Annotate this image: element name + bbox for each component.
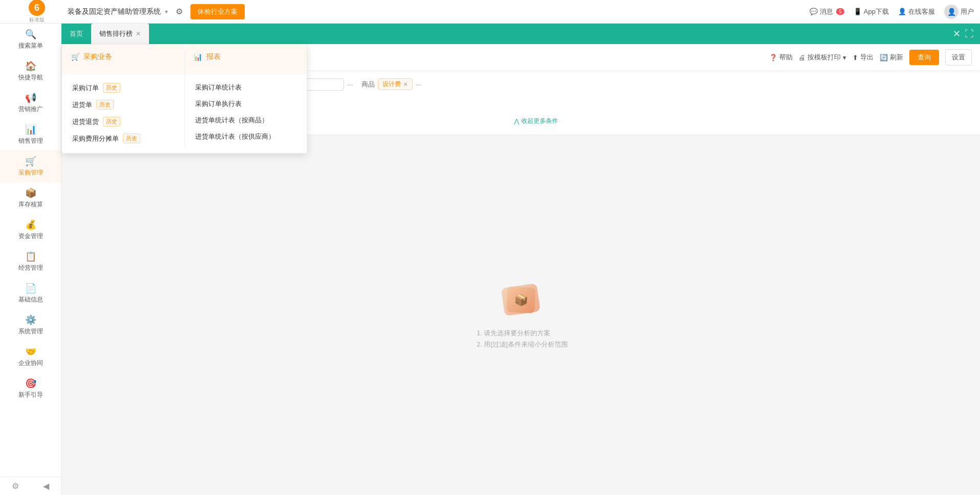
sidebar-item-quick-nav[interactable]: 🏠 快捷导航 — [0, 55, 61, 87]
query-btn[interactable]: 查询 — [909, 50, 939, 65]
sidebar-bottom: ⚙ ◀ — [0, 477, 61, 495]
phone-icon: 📱 — [854, 8, 862, 15]
report-section-label: 报表 — [206, 52, 221, 61]
sidebar-item-marketing[interactable]: 📢 营销推广 — [0, 87, 61, 119]
dropdown-item-report-4[interactable]: 进货单统计表（按供应商） — [193, 128, 299, 145]
history-tag-3: 历史 — [123, 134, 140, 143]
goods-filter: 商品 设计费 ✕ ··· — [361, 78, 422, 90]
dropdown-item-expense[interactable]: 采购费用分摊单 历史 — [70, 130, 176, 147]
app-title: 装备及固定资产辅助管理系统 — [68, 7, 161, 16]
sidebar: 🔍 搜索菜单 🏠 快捷导航 📢 营销推广 📊 销售管理 🛒 采购管理 📦 库存核… — [0, 24, 61, 495]
refresh-label: 刷新 — [890, 53, 903, 62]
sidebar-label-search: 搜索菜单 — [18, 41, 43, 50]
report-1-label: 采购订单统计表 — [195, 83, 242, 92]
tab-sales-rank[interactable]: 销售排行榜 ✕ — [91, 24, 149, 44]
report-section: 📊 报表 采购订单统计表 采购订单执行表 进货单统计表（按商品） 进货单统计表（… — [184, 51, 307, 147]
export-label: 导出 — [860, 53, 874, 62]
help-icon: ❓ — [769, 54, 777, 61]
refresh-btn[interactable]: 🔄 刷新 — [880, 53, 903, 62]
sidebar-item-guide[interactable]: 🎯 新手引导 — [0, 373, 61, 404]
app-download-label: App下载 — [864, 7, 889, 16]
export-icon: ⬆ — [853, 54, 858, 61]
top-bar: 6 标准版 装备及固定资产辅助管理系统 ▾ ⚙ 体验行业方案 💬 消息 6 📱 … — [0, 0, 980, 24]
collapse-btn[interactable]: ⋀ 收起更多条件 — [511, 114, 561, 128]
sidebar-item-inventory[interactable]: 📦 库存核算 — [0, 182, 61, 214]
dropdown-item-inbound[interactable]: 进货单 历史 — [70, 96, 176, 113]
history-tag-1: 历史 — [96, 100, 114, 110]
dropdown-arrow-icon[interactable]: ▾ — [165, 8, 168, 15]
sidebar-settings-btn[interactable]: ⚙ — [12, 481, 19, 491]
marketing-icon: 📢 — [25, 92, 36, 103]
export-btn[interactable]: ⬆ 导出 — [853, 53, 874, 62]
sidebar-item-enterprise[interactable]: 🤝 企业协同 — [0, 341, 61, 373]
sidebar-label-purchase: 采购管理 — [18, 168, 43, 177]
sidebar-item-operations[interactable]: 📋 经营管理 — [0, 246, 61, 277]
tab-expand-icon[interactable]: ⛶ — [965, 29, 974, 39]
settings-icon[interactable]: ⚙ — [172, 5, 186, 19]
system-icon: ⚙️ — [25, 314, 36, 326]
print-icon: 🖨 — [799, 54, 805, 61]
help-btn[interactable]: ❓ 帮助 — [769, 53, 793, 62]
user-area[interactable]: 👤 用户 — [944, 5, 974, 19]
sidebar-item-system[interactable]: ⚙️ 系统管理 — [0, 309, 61, 341]
online-service-label: 在线客服 — [908, 7, 935, 16]
tab-home-label: 首页 — [70, 29, 83, 38]
online-service-btn[interactable]: 👤 在线客服 — [898, 7, 935, 16]
goods-tag-label: 设计费 — [382, 80, 401, 89]
logo-text: 标准版 — [29, 16, 45, 24]
goods-dots[interactable]: ··· — [416, 80, 422, 89]
tab-close-icon[interactable]: ✕ — [136, 30, 141, 37]
sidebar-item-sales[interactable]: 📊 销售管理 — [0, 119, 61, 150]
message-label: 消息 — [820, 7, 833, 16]
settings-btn[interactable]: 设置 — [945, 49, 972, 66]
sidebar-label-basic: 基础信息 — [18, 295, 43, 304]
message-badge: 6 — [836, 8, 844, 15]
purchase-section-title: 🛒 采购业务 — [70, 50, 176, 64]
purchase-section-header: 🛒 采购业务 — [62, 45, 184, 74]
sidebar-label-system: 系统管理 — [18, 327, 43, 336]
message-btn[interactable]: 💬 消息 6 — [809, 7, 844, 16]
goods-tag-close[interactable]: ✕ — [403, 81, 408, 88]
tab-close-page-icon[interactable]: ✕ — [953, 28, 961, 39]
report-section-icon: 📊 — [193, 52, 203, 62]
sidebar-collapse-btn[interactable]: ◀ — [43, 481, 49, 491]
empty-hints: 请先选择要分析的方案 用[过滤]条件来缩小分析范围 — [474, 327, 567, 351]
guide-icon: 🎯 — [25, 378, 36, 389]
dropdown-item-report-1[interactable]: 采购订单统计表 — [193, 79, 299, 96]
status-dots[interactable]: ··· — [347, 80, 353, 89]
dropdown-item-return[interactable]: 进货退货 历史 — [70, 113, 176, 130]
report-3-label: 进货单统计表（按商品） — [195, 116, 268, 125]
sidebar-item-finance[interactable]: 💰 资金管理 — [0, 214, 61, 246]
sidebar-item-search[interactable]: 🔍 搜索菜单 — [0, 24, 61, 55]
sidebar-label-enterprise: 企业协同 — [18, 359, 43, 368]
sales-icon: 📊 — [25, 124, 36, 135]
user-avatar: 👤 — [944, 5, 958, 19]
dropdown-item-report-3[interactable]: 进货单统计表（按商品） — [193, 112, 299, 128]
tab-home[interactable]: 首页 — [61, 24, 91, 44]
print-btn[interactable]: 🖨 按模板打印 ▾ — [799, 53, 846, 62]
purchase-icon: 🛒 — [25, 156, 36, 167]
expense-label: 采购费用分摊单 — [72, 134, 119, 143]
tab-bar: 首页 销售排行榜 ✕ ✕ ⛶ — [61, 24, 980, 44]
report-4-label: 进货单统计表（按供应商） — [195, 132, 275, 141]
dropdown-item-report-2[interactable]: 采购订单执行表 — [193, 96, 299, 112]
print-dropdown-icon[interactable]: ▾ — [843, 54, 846, 61]
industry-btn[interactable]: 体验行业方案 — [190, 4, 245, 19]
sidebar-label-marketing: 营销推广 — [18, 105, 43, 114]
return-label: 进货退货 — [72, 117, 99, 126]
empty-hint-1: 请先选择要分析的方案 — [484, 329, 567, 338]
purchase-dropdown: 🛒 采购业务 采购订单 历史 进货单 历史 进货退货 历史 采购费用分摊单 历史… — [61, 44, 307, 154]
enterprise-icon: 🤝 — [25, 346, 36, 357]
report-2-label: 采购订单执行表 — [195, 99, 242, 109]
inbound-label: 进货单 — [72, 100, 92, 110]
print-label: 按模板打印 — [807, 53, 841, 62]
logo-area: 6 标准版 — [6, 0, 68, 24]
sidebar-label-quick-nav: 快捷导航 — [18, 73, 43, 82]
dropdown-item-purchase-order[interactable]: 采购订单 历史 — [70, 79, 176, 96]
sidebar-item-purchase[interactable]: 🛒 采购管理 — [0, 150, 61, 182]
sidebar-label-guide: 新手引导 — [18, 391, 43, 399]
sidebar-item-basic[interactable]: 📄 基础信息 — [0, 277, 61, 309]
app-download-btn[interactable]: 📱 App下载 — [854, 7, 889, 16]
history-tag-2: 历史 — [103, 117, 120, 126]
purchase-section-label: 采购业务 — [83, 52, 112, 61]
